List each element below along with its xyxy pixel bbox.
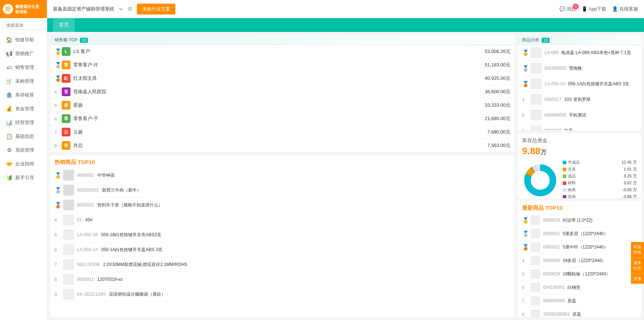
product-medal-5: 6 — [54, 247, 63, 253]
nav-icon-sales: 🏷 — [6, 64, 12, 71]
gear-icon[interactable]: ⚙ — [127, 5, 133, 12]
sidebar-item-inventory[interactable]: 🏦库存核算 — [0, 88, 47, 102]
tpr-medal-0: 🥇 — [522, 49, 531, 56]
new-medal-0: 🥇 — [522, 217, 531, 224]
product-rank: 6 — [54, 247, 57, 253]
legend-dot-0 — [563, 161, 566, 164]
legend-val-2: 0.25 万 — [624, 173, 637, 179]
product-img-4 — [63, 229, 74, 240]
nav-icon-inventory: 🏦 — [6, 92, 12, 98]
new-img-3 — [531, 256, 540, 265]
product-rank: 8 — [54, 277, 57, 282]
new-product-row: 🥇 0000033 封边带 (1.0*22) — [518, 214, 641, 227]
sidebar-item-sales[interactable]: 🏷销售管理 — [0, 61, 47, 74]
logo-icon: 好 — [3, 4, 13, 14]
sidebar-item-purchase[interactable]: 🛒采购管理 — [0, 74, 47, 88]
sidebar-item-collab[interactable]: 🤝企业协同 — [0, 157, 47, 171]
message-wrap[interactable]: 💬 消息 6 — [559, 6, 576, 12]
online-service[interactable]: 👤 在线客服 — [612, 6, 638, 12]
legend-dot-2 — [563, 175, 566, 178]
hot-product-rows: 🥇 0000001 中华神器 🥈 000500001 新西兰牛肉（新牛） 🥉 0… — [50, 168, 515, 317]
customer-ranking-header: 销售额 TOP 10 — [50, 35, 515, 45]
rank-avatar-6: 云 — [62, 128, 70, 136]
nav-icon-guide: 🔰 — [6, 175, 12, 181]
new-product-row: 6 004100001 白钢垫 — [518, 281, 641, 294]
page-tabs: 首页 — [47, 18, 644, 32]
top-product-right-row: 🥉 LA-056-1A 056-1A白色按键开关盖ABS 3克 — [518, 76, 641, 92]
new-products-card: 最新商品 TOP10 🥇 0000033 封边带 (1.0*22) 🥈 0000… — [518, 201, 641, 317]
top-products-right-rows: 🥇 LA-089 电池盖 LA-089 ABS本色+黑种 7.1克 🥈 0010… — [518, 45, 641, 130]
new-medal-2: 🥉 — [522, 244, 531, 251]
new-product-row: 🥈 0000032 5厘多层（1220*2440） — [518, 227, 641, 241]
tpr-rank: 6 — [522, 128, 525, 131]
sidebar-item-operations[interactable]: 📊经营管理 — [0, 116, 47, 130]
sidebar-item-base[interactable]: 📋基础信息 — [0, 130, 47, 143]
new-rank: 5 — [522, 272, 525, 277]
customer-rank-row: 4 苍 苍南县人民医院 36,600.00元 — [50, 85, 515, 99]
sidebar-item-guide[interactable]: 🔰新手引导 — [0, 171, 47, 185]
legend-item-0: 半成品 12.45 万 — [563, 160, 637, 165]
new-product-row: 4 0000030 18多层（1220*2440） — [518, 254, 641, 267]
new-rank: 4 — [522, 258, 525, 263]
middle-col: 销售额 TOP 10 🥇 L LS 客户 53,006.26元 🥈 零 零售客户… — [50, 35, 515, 317]
rank-num: 5 — [54, 103, 57, 108]
sidebar-item-marketing[interactable]: 📢营销推广 — [0, 47, 47, 61]
product-medal-0: 🥇 — [54, 172, 63, 179]
new-rank: 8 — [522, 312, 525, 317]
sidebar-item-system[interactable]: ⚙系统管理 — [0, 143, 47, 157]
new-info-3: 0000030 18多层（1220*2440） — [543, 258, 637, 264]
dropdown-arrow[interactable] — [119, 7, 123, 11]
rank-avatar-2: 红 — [62, 74, 70, 83]
top-product-right-row: 4 0000017 10S 变刹罗狱 — [518, 92, 641, 107]
hot-products-card: 热销商品 TOP10 🥇 0000001 中华神器 🥈 000500001 新西… — [50, 155, 515, 317]
rank-num: 6 — [54, 116, 57, 122]
sidebar-nav: 🏠快捷导航📢营销推广🏷销售管理🛒采购管理🏦库存核算💰资金管理📊经营管理📋基础信息… — [0, 33, 47, 320]
service-icon: 👤 — [612, 6, 618, 12]
nav-icon-marketing: 📢 — [6, 50, 12, 57]
legend-dot-3 — [563, 181, 566, 185]
search-input[interactable] — [3, 21, 44, 30]
product-img-0 — [63, 170, 74, 181]
new-img-2 — [531, 242, 540, 252]
new-medal-4: 5 — [522, 271, 531, 277]
customer-rank-row: 7 云 云扬 7,680.00元 — [50, 126, 515, 139]
medal-silver-icon: 🥈 — [522, 231, 529, 237]
float-btn-0[interactable]: 客服热线 — [631, 242, 644, 258]
rank-medal-3: 4 — [54, 89, 62, 95]
customer-header-badge: 10 — [80, 38, 88, 43]
legend-label-5: 其他 — [568, 194, 621, 198]
donut-row: 半成品 12.45 万 文具 1.01 万 成品 0.25 万 材料 0.07 … — [522, 160, 637, 198]
sidebar-item-finance[interactable]: 💰资金管理 — [0, 102, 47, 116]
medal-bronze-icon: 🥉 — [54, 202, 62, 208]
nav-label-collab: 企业协同 — [15, 161, 34, 167]
legend-item-4: 肉类 -0.05 万 — [563, 187, 637, 193]
inventory-card: 库存总资金 9.88万 — [518, 133, 641, 198]
rank-name-5: 零售客户-于 — [73, 115, 485, 122]
sidebar-item-home[interactable]: 🏠快捷导航 — [0, 33, 47, 47]
medal-bronze-icon: 🥉 — [522, 244, 529, 250]
legend-val-5: -3.86 万 — [623, 194, 637, 198]
rank-name-4: 星扬 — [73, 102, 485, 108]
nav-label-sales: 销售管理 — [15, 64, 34, 71]
float-btn-2[interactable]: 直播 — [631, 274, 644, 284]
app-download[interactable]: 📱 App下载 — [582, 6, 606, 12]
hot-product-row: 🥈 000500001 新西兰牛肉（新牛） — [50, 183, 515, 198]
nav-icon-system: ⚙ — [6, 147, 12, 153]
inventory-title: 库存总资金 — [522, 138, 637, 144]
product-info-6: NB2.0X30B 2.0X30MM双摆花轴,摆花直径2.1MM/ROHS — [77, 262, 510, 268]
top-product-right-row: 6 0000021 夹壳 — [518, 123, 641, 130]
rank-name-6: 云扬 — [73, 129, 487, 135]
tab-home[interactable]: 首页 — [53, 18, 75, 32]
hot-product-row: 7 NB2.0X30B 2.0X30MM双摆花轴,摆花直径2.1MM/ROHS — [50, 257, 515, 272]
rank-avatar-7: 肖 — [62, 141, 70, 150]
new-img-1 — [531, 229, 540, 238]
float-btn-1[interactable]: 服务社区 — [631, 258, 644, 274]
rank-medal-4: 5 — [54, 103, 62, 108]
product-img-3 — [63, 214, 74, 225]
customer-ranking-card: 销售额 TOP 10 🥇 L LS 客户 53,006.26元 🥈 零 零售客户… — [50, 35, 515, 152]
product-medal-6: 7 — [54, 262, 63, 267]
experience-button[interactable]: 体验行业方案 — [137, 4, 175, 15]
product-medal-4: 5 — [54, 232, 63, 238]
new-img-4 — [531, 269, 540, 279]
tpr-info-2: LA-056-1A 056-1A白色按键开关盖ABS 3克 — [545, 81, 637, 87]
